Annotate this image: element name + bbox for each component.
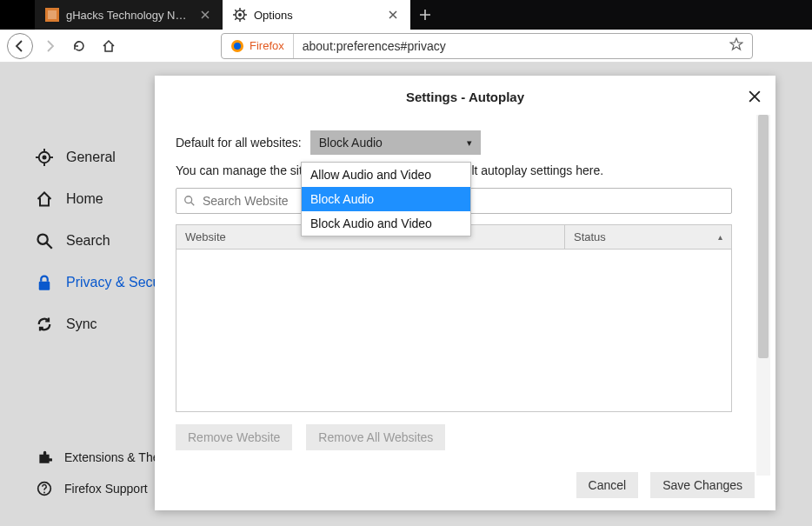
default-row: Default for all websites: Block Audio ▾	[176, 130, 755, 155]
reload-button[interactable]	[66, 33, 92, 59]
svg-line-8	[235, 10, 236, 11]
dialog-footer-buttons: Cancel Save Changes	[576, 472, 755, 498]
search-icon	[183, 195, 196, 207]
select-value: Block Audio	[319, 136, 383, 150]
remove-all-websites-button[interactable]: Remove All Websites	[306, 424, 445, 450]
dialog-scrollbar[interactable]	[756, 115, 770, 476]
window-corner	[0, 0, 35, 30]
svg-line-26	[191, 203, 195, 206]
save-changes-button[interactable]: Save Changes	[650, 472, 755, 498]
svg-point-13	[234, 43, 241, 50]
default-select-dropdown[interactable]: Allow Audio and Video Block Audio Block …	[301, 162, 471, 236]
sort-caret-icon: ▴	[718, 232, 722, 242]
url-text[interactable]: about:preferences#privacy	[294, 39, 721, 53]
tab-label: gHacks Technology News	[66, 9, 191, 22]
svg-rect-1	[48, 10, 57, 19]
close-icon[interactable]	[198, 8, 212, 22]
dropdown-option-block-audio[interactable]: Block Audio	[302, 187, 470, 211]
back-button[interactable]	[7, 33, 33, 59]
svg-point-25	[185, 196, 192, 203]
scrollbar-thumb[interactable]	[758, 115, 769, 358]
bookmark-star-icon[interactable]	[721, 37, 752, 55]
col-status[interactable]: Status ▴	[564, 225, 731, 249]
identity-box[interactable]: Firefox	[222, 34, 294, 58]
home-button[interactable]	[96, 33, 122, 59]
default-select[interactable]: Block Audio ▾	[310, 130, 481, 155]
close-button[interactable]	[744, 86, 765, 107]
default-label: Default for all websites:	[176, 136, 302, 150]
tab-label: Options	[254, 9, 379, 22]
ghacks-favicon	[45, 8, 59, 22]
dialog-title-text: Settings - Autoplay	[406, 90, 524, 104]
identity-label: Firefox	[250, 39, 284, 52]
remove-buttons: Remove Website Remove All Websites	[176, 424, 755, 450]
svg-line-9	[243, 18, 245, 20]
dropdown-option-allow[interactable]: Allow Audio and Video	[302, 163, 470, 187]
cancel-button[interactable]: Cancel	[576, 472, 639, 498]
navbar: Firefox about:preferences#privacy	[0, 30, 812, 63]
svg-line-10	[235, 18, 236, 20]
tab-ghacks[interactable]: gHacks Technology News	[35, 0, 223, 30]
autoplay-settings-dialog: Settings - Autoplay Default for all webs…	[155, 76, 775, 510]
svg-point-3	[238, 13, 242, 17]
forward-button[interactable]	[37, 33, 63, 59]
remove-website-button[interactable]: Remove Website	[176, 424, 292, 450]
tab-strip: gHacks Technology News Options	[0, 0, 812, 30]
gear-icon	[233, 8, 247, 22]
new-tab-button[interactable]	[410, 0, 440, 30]
chevron-down-icon: ▾	[467, 137, 472, 149]
firefox-icon	[230, 39, 244, 53]
dropdown-option-block-av[interactable]: Block Audio and Video	[302, 211, 470, 236]
close-icon[interactable]	[386, 8, 400, 22]
svg-line-11	[243, 10, 245, 11]
dialog-title: Settings - Autoplay	[155, 76, 775, 115]
tab-options[interactable]: Options	[223, 0, 410, 30]
url-bar[interactable]: Firefox about:preferences#privacy	[221, 33, 753, 59]
website-table: Website Status ▴	[176, 224, 732, 412]
